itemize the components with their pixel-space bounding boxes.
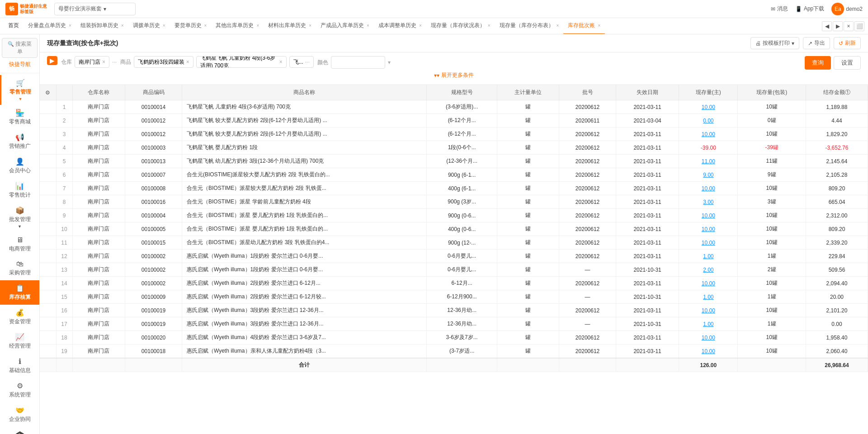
row-qty-main[interactable]: 0.00	[679, 114, 738, 127]
row-batch: 20200612	[559, 141, 616, 155]
row-qty-main[interactable]: 3.00	[679, 195, 738, 209]
row-qty-main[interactable]: 10.00	[679, 127, 738, 141]
goods-tag-2-close[interactable]: ×	[279, 59, 283, 65]
tab-5[interactable]: 其他出库单历史 ×	[211, 18, 264, 34]
setting-btn[interactable]: 设置	[834, 56, 861, 70]
row-qty-main[interactable]: 10.00	[679, 209, 738, 222]
tab-6[interactable]: 材料出库单历史 ×	[264, 18, 316, 34]
row-qty-main[interactable]: 10.00	[679, 182, 738, 195]
row-unit: 罐	[497, 182, 559, 195]
sidebar-item-ecommerce[interactable]: 🖥 电商管理	[0, 232, 39, 256]
row-unit: 罐	[497, 141, 559, 155]
row-qty-main[interactable]: 10.00	[679, 344, 738, 359]
sidebar-search-btn[interactable]: 🔍 搜索菜单	[2, 38, 38, 58]
sidebar: 🔍 搜索菜单 快捷导航 🛒 零售管理 ▼ 🏪 零售商城 📢 营销推广 👤	[0, 34, 40, 434]
industry-select[interactable]: 母婴行业演示账套 ▾	[54, 3, 136, 15]
row-qty-main[interactable]: 10.00	[679, 277, 738, 290]
tab-home[interactable]: 首页	[4, 18, 24, 34]
sidebar-item-basic-info[interactable]: ℹ 基础信息	[0, 354, 39, 378]
row-batch: 20200612	[559, 195, 616, 209]
row-gear	[40, 168, 56, 182]
nav-next-arrow[interactable]: ▶	[833, 21, 843, 31]
expire-header: 失效日期	[616, 85, 679, 100]
tab-close-active[interactable]: ×	[598, 23, 600, 28]
sidebar-item-guide[interactable]: 🎓 新手引导	[0, 427, 39, 434]
sidebar-item-wholesale[interactable]: 📦 批发管理 ▼	[0, 203, 39, 232]
quick-nav-btn[interactable]: 快捷导航	[2, 58, 38, 69]
tab-close-2[interactable]: ×	[121, 23, 124, 28]
tab-close-9[interactable]: ×	[488, 23, 491, 28]
row-qty-main[interactable]: 10.00	[679, 236, 738, 250]
filter-prev-btn[interactable]: ▶	[47, 56, 57, 65]
row-qty-main[interactable]: 1.00	[679, 290, 738, 304]
tab-8[interactable]: 成本调整单历史 ×	[374, 18, 426, 34]
sidebar-item-marketing[interactable]: 📢 营销推广	[0, 129, 39, 154]
tab-close-6[interactable]: ×	[309, 23, 311, 28]
sidebar-item-inventory[interactable]: 📋 库存核算	[0, 280, 39, 305]
tab-close-3[interactable]: ×	[163, 23, 165, 28]
row-spec: 900g (3岁...	[427, 195, 497, 209]
goods-tag-1[interactable]: 飞鹤奶粉3段四罐装 ×	[134, 56, 193, 68]
tab-close-4[interactable]: ×	[204, 23, 207, 28]
color-input[interactable]	[331, 56, 385, 69]
tab-close-5[interactable]: ×	[256, 23, 259, 28]
tab-1[interactable]: 分量盘点单历史 ×	[24, 18, 76, 34]
row-qty-main[interactable]: 9.00	[679, 168, 738, 182]
gear-header[interactable]: ⚙	[40, 85, 56, 100]
sidebar-item-operations[interactable]: 📈 经营管理	[0, 329, 39, 354]
tab-7[interactable]: 产成品入库单历史 ×	[316, 18, 374, 34]
user-profile[interactable]: Ea demo2	[831, 3, 863, 15]
row-qty-main[interactable]: 1.00	[679, 250, 738, 263]
tab-2[interactable]: 组装拆卸单历史 ×	[76, 18, 128, 34]
nav-prev-arrow[interactable]: ◀	[822, 21, 832, 31]
warehouse-dots[interactable]: ···	[112, 59, 117, 65]
sidebar-item-finance[interactable]: 💰 资金管理	[0, 305, 39, 329]
table-row: 19 南岸门店 00100018 惠氏启赋（Wyeth illuma）亲和人体儿…	[40, 344, 868, 359]
sidebar-item-retail-mgmt[interactable]: 🛒 零售管理 ▼	[0, 75, 39, 105]
row-qty-pkg: -39罐	[738, 141, 806, 155]
tab-close-7[interactable]: ×	[367, 23, 369, 28]
warehouse-tag[interactable]: 南岸门店 ×	[75, 56, 109, 68]
tab-3[interactable]: 调拨单历史 ×	[128, 18, 170, 34]
template-print-btn[interactable]: 🖨 按模板打印 ▾	[750, 37, 799, 49]
goods-more-dots[interactable]: ···	[305, 59, 310, 65]
row-qty-main[interactable]: 10.00	[679, 304, 738, 317]
sidebar-item-retail-mall[interactable]: 🏪 零售商城	[0, 105, 39, 129]
tab-close-8[interactable]: ×	[419, 23, 422, 28]
query-btn[interactable]: 查询	[805, 56, 831, 70]
expand-conditions-btn[interactable]: ▾▾ 展开更多条件	[47, 70, 861, 81]
row-qty-main[interactable]: 1.00	[679, 317, 738, 331]
tab-10[interactable]: 现存量（库存分布表） ×	[495, 18, 564, 34]
goods-tag-3[interactable]: 飞... ···	[289, 56, 314, 68]
sidebar-item-purchase[interactable]: 🛍 采购管理	[0, 256, 39, 280]
app-download-btn[interactable]: 📱 App下载	[795, 5, 824, 13]
tab-active[interactable]: 库存批次账 ×	[563, 18, 605, 34]
row-warehouse: 南岸门店	[72, 317, 125, 331]
row-balance: -3,652.76	[806, 141, 868, 155]
row-qty-main[interactable]: 10.00	[679, 331, 738, 344]
row-unit: 罐	[497, 344, 559, 359]
goods-tag-1-close[interactable]: ×	[186, 59, 189, 65]
sidebar-item-collab[interactable]: 🤝 企业协同	[0, 402, 39, 427]
row-gear	[40, 114, 56, 127]
color-dropdown-arrow[interactable]: ▾	[388, 59, 391, 66]
warehouse-tag-close[interactable]: ×	[102, 59, 105, 65]
nav-more-tab[interactable]: ⬜	[854, 21, 864, 31]
tab-9[interactable]: 现存量（库存状况表） ×	[426, 18, 495, 34]
sidebar-item-retail-stats[interactable]: 📊 零售统计	[0, 178, 39, 203]
tab-4[interactable]: 要货单历史 ×	[170, 18, 212, 34]
export-btn[interactable]: ↗ 导出	[803, 37, 830, 49]
sidebar-item-members[interactable]: 👤 会员中心	[0, 154, 39, 178]
tab-close-1[interactable]: ×	[69, 23, 71, 28]
tab-close-10[interactable]: ×	[557, 23, 559, 28]
row-qty-main[interactable]: 10.00	[679, 100, 738, 114]
row-qty-main[interactable]: 2.00	[679, 263, 738, 277]
message-btn[interactable]: ✉ 消息	[771, 5, 788, 13]
row-batch: 20200612	[559, 236, 616, 250]
sidebar-item-system[interactable]: ⚙ 系统管理	[0, 378, 39, 402]
row-qty-main[interactable]: 10.00	[679, 222, 738, 236]
row-qty-main[interactable]: 11.00	[679, 155, 738, 168]
goods-tag-2[interactable]: 飞鹤星飞帆 儿童奶粉 4段(3-6岁适用) 700克 ×	[196, 56, 287, 68]
refresh-btn[interactable]: ↺ 刷新	[834, 37, 861, 49]
nav-close-tab[interactable]: ×	[844, 21, 854, 31]
